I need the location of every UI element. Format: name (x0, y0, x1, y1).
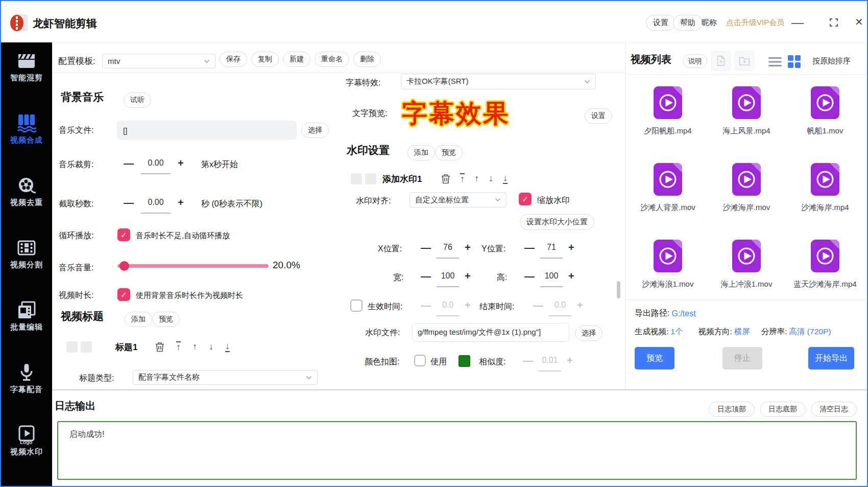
sidebar-item-batch-edit[interactable]: 批量编辑 (1, 300, 52, 334)
add-folder-button[interactable] (735, 51, 754, 71)
add-file-button[interactable] (711, 51, 731, 71)
new-template-button[interactable]: 新建 (283, 52, 310, 67)
increment-button[interactable]: + (567, 355, 573, 366)
decrement-button[interactable]: — (523, 355, 533, 366)
scale-watermark-checkbox[interactable]: ✓ (519, 193, 532, 205)
rename-template-button[interactable]: 重命名 (315, 52, 349, 67)
maximize-icon[interactable] (829, 18, 838, 27)
decrement-button[interactable]: — (124, 157, 134, 169)
delete-template-button[interactable]: 删除 (353, 52, 381, 67)
watermark-toggle-placeholder[interactable] (351, 173, 362, 184)
grid-view-button[interactable] (788, 55, 801, 70)
move-up-icon[interactable]: ↑ (192, 342, 197, 352)
move-up-icon[interactable]: ↑ (474, 174, 479, 183)
video-item[interactable]: 夕阳帆船.mp4 (629, 79, 707, 155)
delete-icon[interactable] (155, 342, 164, 352)
export-path-value[interactable]: G:/test (671, 309, 695, 318)
move-bottom-icon[interactable]: ↓ (225, 341, 230, 352)
config-template-select[interactable]: mtv (102, 54, 215, 68)
effect-time-value[interactable]: 0.0 (437, 299, 459, 316)
decrement-button[interactable]: — (421, 299, 431, 311)
delete-icon[interactable] (441, 174, 450, 184)
video-item[interactable]: 沙滩海岸.mp4 (786, 155, 864, 232)
watermark-file-input[interactable]: g/ffmpeg test/img/文件@1x (1).png"] (412, 323, 569, 342)
subtitle-effect-select[interactable]: 卡拉OK字幕(SRT) (401, 74, 596, 89)
move-top-icon[interactable]: ↑ (176, 341, 181, 352)
increment-button[interactable]: + (465, 242, 471, 253)
slider-track[interactable] (117, 264, 269, 268)
audition-button[interactable]: 试听 (124, 92, 151, 108)
move-bottom-icon[interactable]: ↓ (503, 173, 508, 184)
title-toggle-placeholder[interactable] (66, 341, 78, 353)
increment-button[interactable]: + (568, 242, 574, 253)
move-top-icon[interactable]: ↑ (460, 173, 465, 184)
video-item[interactable]: 沙滩海浪1.mov (629, 232, 707, 299)
sidebar-item-subtitle-dubbing[interactable]: 字幕配音 (1, 362, 52, 396)
video-duration-checkbox[interactable]: ✓ (117, 288, 130, 301)
vip-upgrade-link[interactable]: 点击升级VIP会员 (726, 18, 784, 28)
log-top-button[interactable]: 日志顶部 (709, 402, 755, 417)
video-list-info-button[interactable]: 说明 (683, 54, 707, 68)
stop-button[interactable]: 停止 (722, 347, 762, 369)
music-trim-value[interactable]: 0.00 (141, 157, 171, 174)
log-clear-button[interactable]: 清空日志 (811, 402, 857, 417)
preview-button[interactable]: 预览 (635, 347, 674, 369)
effect-time-checkbox[interactable] (350, 299, 363, 312)
music-volume-slider[interactable] (117, 259, 269, 273)
orientation-value[interactable]: 横屏 (734, 327, 750, 337)
list-view-button[interactable] (768, 56, 782, 69)
video-item[interactable]: 沙滩人背景.mov (629, 155, 707, 232)
watermark-size-position-button[interactable]: 设置水印大小位置 (520, 214, 594, 230)
watermark-align-select[interactable]: 自定义坐标位置 (409, 192, 507, 207)
move-down-icon[interactable]: ↓ (489, 174, 493, 183)
watermark-file-choose-button[interactable]: 选择 (575, 326, 602, 341)
sidebar-item-video-watermark[interactable]: Logo 视频水印 (1, 425, 52, 458)
video-item[interactable]: 蓝天沙滩海岸.mp4 (786, 232, 864, 299)
save-template-button[interactable]: 保存 (220, 52, 247, 67)
increment-button[interactable]: + (577, 299, 583, 311)
sidebar-item-video-dedup[interactable]: 视频去重 (1, 175, 52, 209)
resolution-value[interactable]: 高清 (720P) (789, 327, 831, 337)
generate-count-value[interactable]: 1个 (670, 327, 683, 337)
music-file-choose-button[interactable]: 选择 (301, 123, 329, 138)
chroma-use-checkbox[interactable] (414, 355, 426, 366)
decrement-button[interactable]: — (421, 242, 431, 253)
sidebar-item-video-split[interactable]: 视频分割 (1, 238, 52, 271)
video-item[interactable]: 海上冲浪1.mov (707, 232, 786, 299)
loop-play-checkbox[interactable]: ✓ (117, 228, 130, 241)
title-preview-button[interactable]: 预览 (152, 312, 180, 327)
log-output-area[interactable]: 启动成功! (57, 421, 857, 480)
decrement-button[interactable]: — (124, 197, 134, 208)
help-button[interactable]: 帮助 (673, 15, 703, 31)
video-item[interactable]: 帆船1.mov (786, 79, 864, 155)
end-time-value[interactable]: 0.0 (549, 299, 571, 316)
title-add-button[interactable]: 添加 (125, 312, 152, 327)
decrement-button[interactable]: — (421, 270, 431, 282)
decrement-button[interactable]: — (533, 299, 543, 311)
subtitle-settings-button[interactable]: 设置 (585, 108, 612, 124)
watermark-add-button[interactable]: 添加 (407, 145, 435, 160)
slider-knob[interactable] (119, 261, 129, 271)
copy-template-button[interactable]: 复制 (251, 52, 279, 67)
sidebar-item-video-synthesis[interactable]: 视频合成 (1, 113, 52, 147)
close-icon[interactable]: ✕ (855, 16, 863, 28)
clip-seconds-value[interactable]: 0.00 (141, 197, 171, 214)
increment-button[interactable]: + (178, 157, 184, 169)
log-bottom-button[interactable]: 日志底部 (760, 402, 806, 417)
watermark-height-value[interactable]: 100 (540, 270, 563, 287)
title-toggle-placeholder[interactable] (81, 341, 92, 353)
watermark-y-value[interactable]: 71 (540, 242, 563, 259)
sidebar-item-smart-mix[interactable]: 智能混剪 (1, 51, 52, 84)
watermark-x-value[interactable]: 76 (437, 242, 459, 259)
decrement-button[interactable]: — (524, 242, 535, 253)
chroma-color-swatch[interactable] (459, 355, 470, 367)
decrement-button[interactable]: — (524, 270, 535, 282)
minimize-icon[interactable] (791, 23, 804, 24)
increment-button[interactable]: + (465, 270, 471, 282)
watermark-preview-button[interactable]: 预览 (435, 145, 463, 160)
watermark-toggle-placeholder[interactable] (365, 173, 376, 184)
music-file-input[interactable]: [] (117, 121, 297, 140)
video-item[interactable]: 海上风景.mp4 (707, 79, 786, 155)
video-item[interactable]: 沙滩海岸.mov (707, 155, 786, 232)
increment-button[interactable]: + (568, 270, 574, 282)
